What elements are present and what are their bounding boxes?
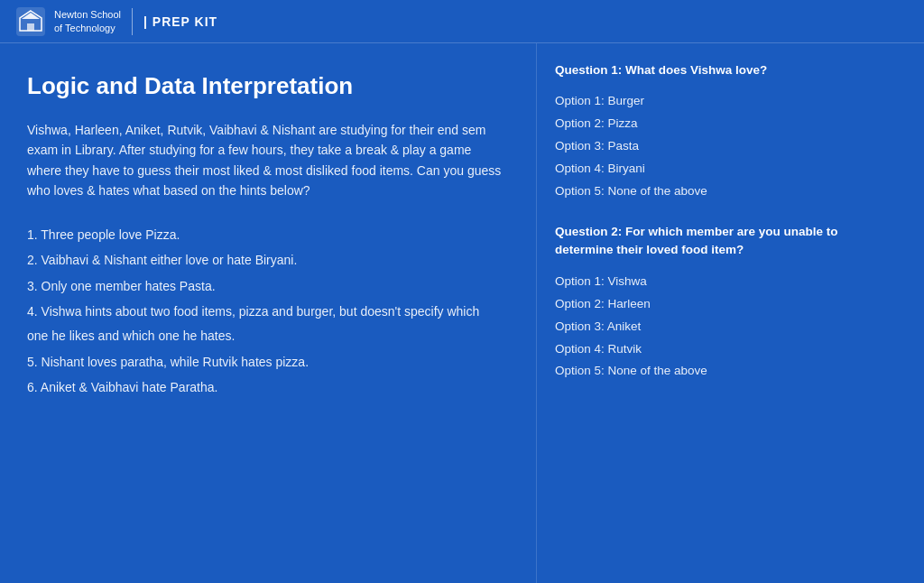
page-header: Newton School of Technology | PREP KIT: [0, 0, 924, 43]
content-area: Logic and Data Interpretation Vishwa, Ha…: [0, 43, 924, 583]
school-logo-icon: [16, 7, 45, 36]
question-2-option-4[interactable]: Option 4: Rutvik: [555, 338, 897, 361]
hints-list: 1. Three people love Pizza.2. Vaibhavi &…: [27, 223, 504, 400]
left-panel: Logic and Data Interpretation Vishwa, Ha…: [0, 43, 536, 583]
question-2-option-3[interactable]: Option 3: Aniket: [555, 316, 897, 338]
logo-text: Newton School of Technology: [54, 8, 121, 34]
header-divider: [132, 8, 133, 35]
hint-item: 4. Vishwa hints about two food items, pi…: [27, 300, 504, 347]
question-1-option-5[interactable]: Option 5: None of the above: [555, 180, 897, 203]
question-1-option-2[interactable]: Option 2: Pizza: [555, 113, 897, 135]
intro-text: Vishwa, Harleen, Aniket, Rutvik, Vaibhav…: [27, 120, 504, 201]
question-1-option-1[interactable]: Option 1: Burger: [555, 90, 897, 113]
question-text-2: Question 2: For which member are you una…: [555, 223, 897, 260]
question-block-1: Question 1: What does Vishwa love?Option…: [555, 61, 897, 203]
hint-item: 1. Three people love Pizza.: [27, 223, 504, 247]
hint-item: 5. Nishant loves paratha, while Rutvik h…: [27, 350, 504, 375]
question-block-2: Question 2: For which member are you una…: [555, 223, 897, 383]
page-title: Logic and Data Interpretation: [27, 72, 504, 100]
hint-item: 3. Only one member hates Pasta.: [27, 274, 504, 299]
svg-rect-2: [27, 23, 34, 31]
question-2-option-2[interactable]: Option 2: Harleen: [555, 293, 897, 316]
right-panel: Question 1: What does Vishwa love?Option…: [536, 43, 924, 583]
hint-item: 2. Vaibhavi & Nishant either love or hat…: [27, 248, 504, 273]
question-2-option-5[interactable]: Option 5: None of the above: [555, 360, 897, 383]
question-2-option-1[interactable]: Option 1: Vishwa: [555, 271, 897, 293]
question-text-1: Question 1: What does Vishwa love?: [555, 61, 897, 79]
prep-kit-label: | PREP KIT: [143, 14, 217, 29]
question-1-option-3[interactable]: Option 3: Pasta: [555, 135, 897, 158]
hint-item: 6. Aniket & Vaibhavi hate Paratha.: [27, 375, 504, 400]
question-1-option-4[interactable]: Option 4: Biryani: [555, 158, 897, 180]
logo-area: Newton School of Technology: [16, 7, 121, 36]
